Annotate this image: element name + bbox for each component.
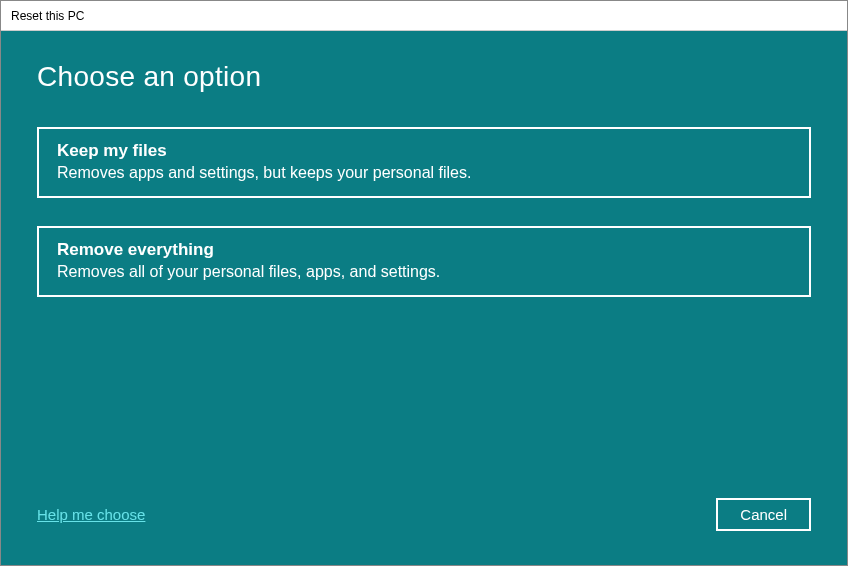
option-description: Removes apps and settings, but keeps you… [57, 164, 791, 182]
option-title: Keep my files [57, 141, 791, 161]
window-title: Reset this PC [11, 9, 84, 23]
page-title: Choose an option [37, 61, 811, 93]
reset-pc-dialog: Reset this PC Choose an option Keep my f… [0, 0, 848, 566]
option-description: Removes all of your personal files, apps… [57, 263, 791, 281]
option-keep-my-files[interactable]: Keep my files Removes apps and settings,… [37, 127, 811, 198]
dialog-content: Choose an option Keep my files Removes a… [1, 31, 847, 565]
option-title: Remove everything [57, 240, 791, 260]
option-remove-everything[interactable]: Remove everything Removes all of your pe… [37, 226, 811, 297]
window-titlebar: Reset this PC [1, 1, 847, 31]
cancel-button[interactable]: Cancel [716, 498, 811, 531]
help-me-choose-link[interactable]: Help me choose [37, 506, 145, 523]
dialog-footer: Help me choose Cancel [37, 498, 811, 541]
